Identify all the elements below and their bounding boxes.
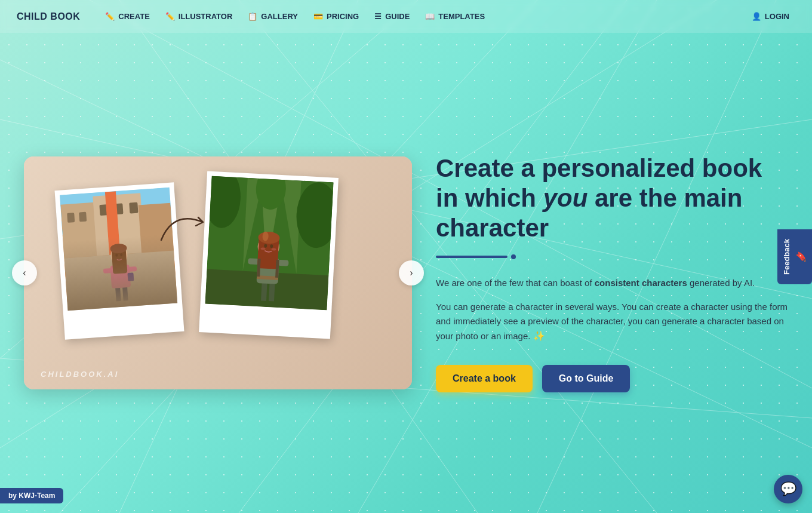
templates-icon: 📖 [425,12,435,21]
svg-rect-30 [118,259,122,266]
svg-rect-25 [115,284,121,301]
nav-item-illustrator[interactable]: ✏️ ILLUSTRATOR [159,8,239,24]
arrow-between-photos [155,204,227,252]
hero-divider [436,254,788,259]
svg-rect-28 [103,268,112,274]
nav-item-gallery[interactable]: 📋 GALLERY [242,8,304,24]
svg-rect-32 [112,248,128,274]
feedback-button[interactable]: 🔖 Feedback [777,229,812,284]
sparkle-icon: ✨ [533,331,545,341]
chat-button[interactable]: 💬 [774,475,802,503]
chevron-left-icon: ‹ [23,268,26,278]
svg-point-31 [110,245,128,266]
hero-description-2: You can generate a character in several … [436,300,788,344]
svg-point-35 [120,253,122,256]
svg-rect-36 [127,272,134,281]
hero-buttons: Create a book Go to Guide [436,365,788,392]
pricing-icon: 💳 [313,12,323,21]
svg-rect-26 [122,284,128,300]
nav-item-create[interactable]: ✏️ CREATE [99,8,155,24]
login-icon: 👤 [752,12,761,21]
hero-divider-dot [511,254,516,259]
chat-icon: 💬 [780,481,796,497]
hero-title-line1: Create a personalized book in which you … [436,154,762,242]
hero-title-italic: you [543,184,588,212]
svg-rect-51 [278,260,288,266]
hero-description-1: We are one of the few that can boast of … [436,276,788,290]
navbar: CHILD BOOK ✏️ CREATE ✏️ ILLUSTRATOR 📋 GA… [0,0,812,33]
guide-icon: ☰ [374,12,382,21]
hero-image-area: ‹ › CHILDBOOK.AI [24,156,412,389]
svg-rect-50 [248,258,259,265]
hero-text: Create a personalized book in which you … [436,153,788,393]
svg-rect-29 [128,266,137,272]
bookmark-icon: 🔖 [796,251,807,263]
chevron-right-icon: › [410,268,413,278]
svg-rect-24 [64,251,177,311]
svg-rect-27 [110,265,131,288]
svg-point-34 [115,254,118,257]
watermark: CHILDBOOK.AI [41,370,119,379]
carousel-next-button[interactable]: › [399,260,424,285]
svg-point-33 [110,243,127,254]
nav-logo[interactable]: CHILD BOOK [17,11,80,22]
nav-items: ✏️ CREATE ✏️ ILLUSTRATOR 📋 GALLERY 💳 PRI… [99,8,746,24]
gallery-icon: 📋 [248,12,257,21]
create-book-button[interactable]: Create a book [436,365,533,392]
pencil-icon: ✏️ [105,12,115,21]
hero-divider-bar [436,256,508,258]
pencil2-icon: ✏️ [165,12,175,21]
carousel-prev-button[interactable]: ‹ [12,260,37,285]
go-to-guide-button[interactable]: Go to Guide [542,365,630,392]
svg-rect-22 [129,202,138,214]
nav-item-guide[interactable]: ☰ GUIDE [368,8,416,24]
nav-login[interactable]: 👤 LOGIN [746,8,795,24]
main-content: ‹ › CHILDBOOK.AI Create a personalized b… [0,33,812,513]
nav-item-templates[interactable]: 📖 TEMPLATES [419,8,491,24]
hero-title: Create a personalized book in which you … [436,153,788,244]
svg-rect-18 [67,213,75,223]
hero-bold-text: consistent characters [595,278,687,288]
nav-item-pricing[interactable]: 💳 PRICING [307,8,365,24]
footer-tag: by KWJ-Team [0,488,63,503]
svg-rect-19 [79,212,87,222]
polaroid-2 [199,171,339,339]
